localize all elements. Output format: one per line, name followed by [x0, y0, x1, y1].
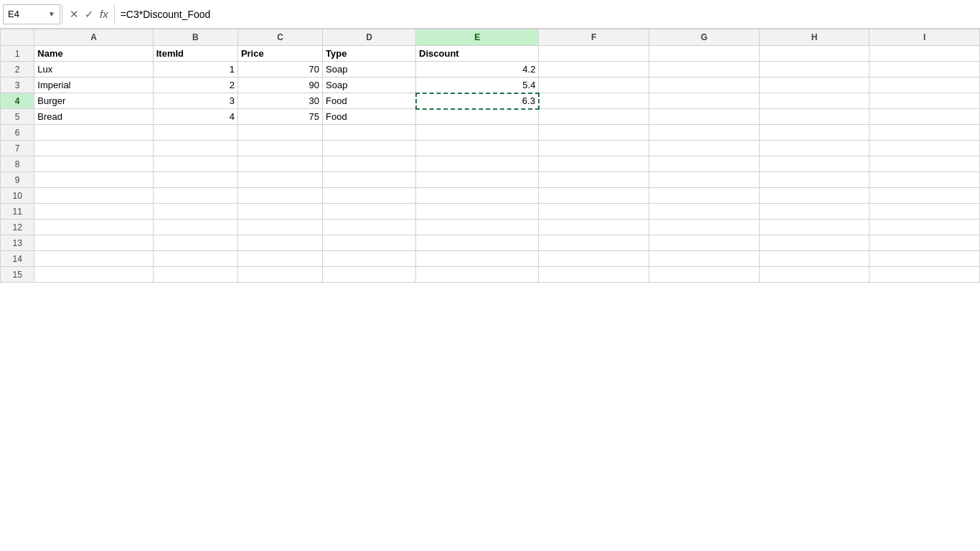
cell-A2[interactable]: Lux — [34, 62, 153, 77]
cell-G4[interactable] — [649, 93, 760, 109]
cell-C3[interactable]: 90 — [237, 77, 322, 93]
cell-G9[interactable] — [649, 172, 760, 188]
cell-E8[interactable] — [416, 156, 539, 172]
cell-F10[interactable] — [539, 188, 649, 204]
cell-I10[interactable] — [870, 188, 980, 204]
row-header-13[interactable]: 13 — [1, 235, 34, 251]
cell-D6[interactable] — [323, 125, 416, 141]
cell-B5[interactable]: 4 — [153, 109, 237, 125]
cell-D10[interactable] — [323, 188, 416, 204]
cell-G10[interactable] — [649, 188, 760, 204]
row-header-12[interactable]: 12 — [1, 220, 34, 235]
cell-F7[interactable] — [539, 141, 649, 156]
cell-C2[interactable]: 70 — [237, 62, 322, 77]
cell-B10[interactable] — [153, 188, 237, 204]
cell-H7[interactable] — [759, 141, 870, 156]
cell-D8[interactable] — [323, 156, 416, 172]
cell-F11[interactable] — [539, 204, 649, 220]
cell-D9[interactable] — [323, 172, 416, 188]
cell-H5[interactable] — [759, 109, 870, 125]
fx-icon[interactable]: fx — [100, 8, 108, 20]
cell-C13[interactable] — [237, 235, 322, 251]
cell-B9[interactable] — [153, 172, 237, 188]
cell-H13[interactable] — [759, 235, 870, 251]
cell-G8[interactable] — [649, 156, 760, 172]
row-header-8[interactable]: 8 — [1, 156, 34, 172]
col-header-F[interactable]: F — [539, 29, 649, 46]
cell-H14[interactable] — [759, 251, 870, 267]
cell-I4[interactable] — [870, 93, 980, 109]
cell-B2[interactable]: 1 — [153, 62, 237, 77]
cell-C15[interactable] — [237, 267, 322, 283]
row-header-7[interactable]: 7 — [1, 141, 34, 156]
row-header-14[interactable]: 14 — [1, 251, 34, 267]
row-header-9[interactable]: 9 — [1, 172, 34, 188]
row-header-10[interactable]: 10 — [1, 188, 34, 204]
cell-G14[interactable] — [649, 251, 760, 267]
cell-I9[interactable] — [870, 172, 980, 188]
col-header-B[interactable]: B — [153, 29, 237, 46]
cell-F4[interactable] — [539, 93, 649, 109]
cell-I3[interactable] — [870, 77, 980, 93]
cell-D12[interactable] — [323, 220, 416, 235]
col-header-C[interactable]: C — [237, 29, 322, 46]
cell-C11[interactable] — [237, 204, 322, 220]
cell-D11[interactable] — [323, 204, 416, 220]
cell-C1[interactable]: Price — [237, 46, 322, 62]
cell-A3[interactable]: Imperial — [34, 77, 153, 93]
cell-C9[interactable] — [237, 172, 322, 188]
formula-input[interactable] — [115, 4, 977, 24]
cell-G11[interactable] — [649, 204, 760, 220]
row-header-2[interactable]: 2 — [1, 62, 34, 77]
cell-F14[interactable] — [539, 251, 649, 267]
row-header-15[interactable]: 15 — [1, 267, 34, 283]
cell-C4[interactable]: 30 — [237, 93, 322, 109]
cell-I14[interactable] — [870, 251, 980, 267]
cell-G3[interactable] — [649, 77, 760, 93]
cell-B1[interactable]: ItemId — [153, 46, 237, 62]
cell-G2[interactable] — [649, 62, 760, 77]
cell-E2[interactable]: 4.2 — [416, 62, 539, 77]
cell-A8[interactable] — [34, 156, 153, 172]
cell-I13[interactable] — [870, 235, 980, 251]
cell-A12[interactable] — [34, 220, 153, 235]
cell-H8[interactable] — [759, 156, 870, 172]
cell-C12[interactable] — [237, 220, 322, 235]
cell-G12[interactable] — [649, 220, 760, 235]
cell-E9[interactable] — [416, 172, 539, 188]
cell-H12[interactable] — [759, 220, 870, 235]
cell-B4[interactable]: 3 — [153, 93, 237, 109]
cell-E4[interactable]: 6.3 — [416, 93, 539, 109]
cell-H15[interactable] — [759, 267, 870, 283]
cell-G6[interactable] — [649, 125, 760, 141]
cell-A1[interactable]: Name — [34, 46, 153, 62]
cell-C5[interactable]: 75 — [237, 109, 322, 125]
cell-B3[interactable]: 2 — [153, 77, 237, 93]
cell-H6[interactable] — [759, 125, 870, 141]
cell-A14[interactable] — [34, 251, 153, 267]
cell-B15[interactable] — [153, 267, 237, 283]
cell-C8[interactable] — [237, 156, 322, 172]
cell-D3[interactable]: Soap — [323, 77, 416, 93]
cell-D2[interactable]: Soap — [323, 62, 416, 77]
cell-F2[interactable] — [539, 62, 649, 77]
cell-I2[interactable] — [870, 62, 980, 77]
cell-D14[interactable] — [323, 251, 416, 267]
row-header-5[interactable]: 5 — [1, 109, 34, 125]
cell-G15[interactable] — [649, 267, 760, 283]
cell-H10[interactable] — [759, 188, 870, 204]
cell-E12[interactable] — [416, 220, 539, 235]
cell-H3[interactable] — [759, 77, 870, 93]
cell-D4[interactable]: Food — [323, 93, 416, 109]
row-header-6[interactable]: 6 — [1, 125, 34, 141]
cell-A9[interactable] — [34, 172, 153, 188]
confirm-icon[interactable]: ✓ — [85, 8, 94, 21]
cell-A11[interactable] — [34, 204, 153, 220]
cell-E3[interactable]: 5.4 — [416, 77, 539, 93]
cell-C14[interactable] — [237, 251, 322, 267]
cell-F9[interactable] — [539, 172, 649, 188]
cell-F5[interactable] — [539, 109, 649, 125]
cell-ref-dropdown-icon[interactable]: ▼ — [48, 10, 55, 18]
cell-D1[interactable]: Type — [323, 46, 416, 62]
col-header-A[interactable]: A — [34, 29, 153, 46]
